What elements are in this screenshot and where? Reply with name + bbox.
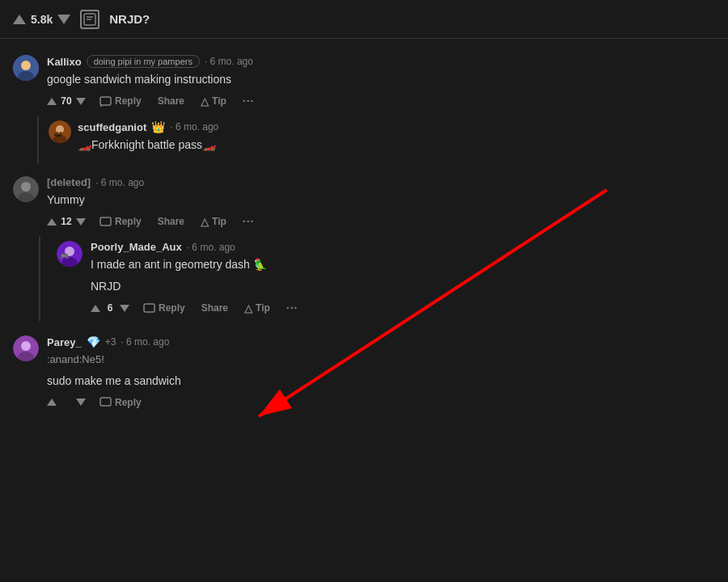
svg-point-12 (21, 182, 31, 192)
vote-count-kallixo: 70 (60, 95, 73, 107)
reply-button-parey[interactable]: Reply (95, 394, 145, 411)
tip-icon-deleted: △ (201, 216, 209, 228)
svg-rect-14 (100, 217, 111, 226)
more-button-poorly-made[interactable]: ··· (283, 300, 302, 316)
post-downvote-button[interactable] (57, 15, 70, 24)
svg-rect-19 (144, 304, 154, 312)
tip-icon-poorly-made: △ (244, 302, 252, 314)
avatar-scuffedganiot: 🏎 (49, 120, 71, 143)
username-parey: Parey_ (47, 336, 82, 348)
vote-poorly-made: 6 (91, 302, 129, 314)
comment-kallixo: Kallixo doing pipi in my pampers · 6 mo.… (0, 48, 728, 116)
reply-label-deleted: Reply (115, 216, 142, 227)
svg-rect-23 (100, 398, 111, 406)
reply-button-poorly-made[interactable]: Reply (139, 300, 188, 316)
share-button-deleted[interactable]: Share (154, 214, 188, 229)
comment-text-poorly-made-2: NRJD (91, 278, 715, 295)
more-icon-kallixo: ··· (243, 95, 255, 108)
share-label-deleted: Share (158, 216, 184, 227)
tip-button-kallixo[interactable]: △ Tip (197, 94, 230, 109)
post-title: NRJD? (109, 12, 150, 26)
vote-count-poorly-made: 6 (104, 302, 116, 314)
upvote-kallixo[interactable] (47, 98, 57, 105)
comment-text-kallixo: google sandwich making instructions (47, 71, 715, 88)
username-poorly-made: Poorly_Made_Aux (91, 241, 182, 253)
downvote-kallixo[interactable] (76, 98, 86, 105)
post-vote-count: 5.8k (31, 13, 53, 26)
post-icon (80, 10, 99, 29)
thread-line-1 (37, 116, 39, 163)
reply-label-parey: Reply (115, 397, 142, 408)
username-scuffedganiot: scuffedganiot (78, 121, 146, 133)
comment-body-scuffedganiot: scuffedganiot 👑 · 6 mo. ago 🏎️Forkknight… (78, 120, 715, 158)
reply-button-deleted[interactable]: Reply (95, 213, 145, 230)
tip-icon-kallixo: △ (201, 95, 209, 108)
reply-button-kallixo[interactable]: Reply (95, 93, 145, 109)
plus-count-parey: +3 (105, 336, 116, 348)
comment-body-deleted: [deleted] · 6 mo. ago Yummy 12 (47, 176, 715, 230)
more-icon-poorly-made: ··· (286, 302, 298, 314)
avatar-deleted (13, 176, 39, 202)
reply-label-poorly-made: Reply (159, 302, 185, 314)
share-label-poorly-made: Share (201, 302, 228, 314)
downvote-poorly-made[interactable] (120, 305, 129, 312)
vote-kallixo: 70 (47, 95, 86, 107)
content-wrapper: Kallixo doing pipi in my pampers · 6 mo.… (0, 48, 728, 417)
upvote-parey[interactable] (47, 399, 57, 406)
avatar-parey (13, 335, 39, 361)
post-upvote-button[interactable] (13, 15, 26, 24)
username-deleted: [deleted] (47, 176, 91, 188)
comment-header-parey: Parey_ 💎 +3 · 6 mo. ago (47, 335, 715, 348)
comment-header-poorly-made: Poorly_Made_Aux · 6 mo. ago (91, 241, 715, 253)
svg-text:🏎: 🏎 (54, 129, 62, 138)
action-bar-kallixo: 70 Reply (47, 93, 715, 109)
timestamp-parey: · 6 mo. ago (121, 336, 169, 348)
comment-parey: Parey_ 💎 +3 · 6 mo. ago :anand:Ne5! sudo… (0, 329, 728, 417)
comment-text-deleted: Yummy (47, 192, 715, 209)
action-bar-deleted: 12 Reply Share (47, 213, 715, 230)
share-button-poorly-made[interactable]: Share (198, 301, 231, 315)
share-label-kallixo: Share (158, 95, 184, 107)
username-kallixo: Kallixo (47, 56, 82, 68)
comment-text-scuffedganiot: 🏎️Forkknight battle pass🏎️ (78, 137, 715, 154)
tip-button-poorly-made[interactable]: △ Tip (241, 301, 273, 316)
tip-button-deleted[interactable]: △ Tip (197, 214, 230, 230)
timestamp-poorly-made: · 6 mo. ago (187, 242, 235, 253)
gem-icon-parey: 💎 (87, 335, 100, 348)
action-bar-parey: Reply (47, 394, 715, 411)
vote-parey (47, 399, 86, 406)
downvote-parey[interactable] (76, 399, 86, 406)
comment-header-scuffedganiot: scuffedganiot 👑 · 6 mo. ago (78, 120, 715, 133)
reply-icon-parey (99, 396, 112, 409)
reply-label-kallixo: Reply (115, 95, 142, 107)
reply-icon-poorly-made (142, 302, 155, 314)
upvote-deleted[interactable] (47, 218, 57, 226)
flair-text-parey: :anand:Ne5! (47, 352, 715, 368)
tip-label-poorly-made: Tip (256, 302, 270, 314)
action-bar-poorly-made: 6 Reply Share (91, 300, 715, 316)
vote-count-deleted: 12 (60, 216, 73, 227)
timestamp-scuffedganiot: · 6 mo. ago (170, 121, 218, 133)
avatar-kallixo (13, 55, 39, 81)
more-button-deleted[interactable]: ··· (239, 213, 258, 230)
downvote-deleted[interactable] (76, 218, 86, 226)
svg-point-21 (21, 341, 31, 351)
reply-icon-kallixo (99, 95, 112, 108)
svg-text:🎮: 🎮 (60, 251, 70, 261)
timestamp-kallixo: · 6 mo. ago (205, 56, 253, 67)
tip-label-kallixo: Tip (212, 95, 226, 107)
upvote-poorly-made[interactable] (91, 305, 100, 312)
reply-icon-deleted (99, 215, 112, 228)
more-icon-deleted: ··· (243, 215, 255, 228)
flair-kallixo: doing pipi in my pampers (87, 55, 200, 68)
svg-point-4 (21, 61, 31, 70)
comment-text-poorly-made-1: I made an ant in geometry dash 🦜 (91, 256, 715, 273)
svg-rect-6 (100, 97, 111, 105)
app-container: 5.8k NRJD? (0, 0, 728, 582)
share-button-kallixo[interactable]: Share (154, 94, 188, 108)
more-button-kallixo[interactable]: ··· (239, 93, 258, 109)
timestamp-deleted: · 6 mo. ago (95, 177, 144, 188)
thread-line-2 (39, 236, 40, 321)
top-bar: 5.8k NRJD? (0, 0, 728, 39)
post-vote-section: 5.8k (13, 13, 70, 26)
